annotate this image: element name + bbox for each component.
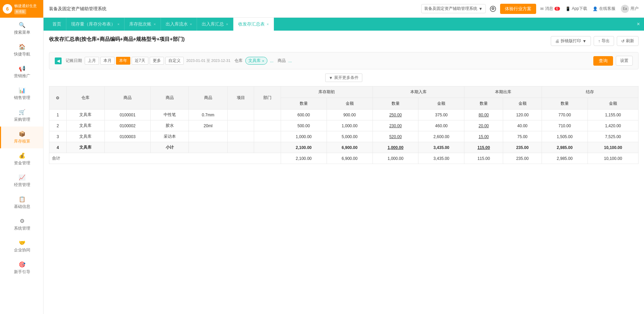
table-header-close-amt: 金额 xyxy=(588,98,638,110)
table-header-project: 项目 xyxy=(227,86,254,110)
sidebar-item-1[interactable]: 🏠快捷导航 xyxy=(0,39,43,61)
sidebar-item-0[interactable]: 🔍搜索菜单 xyxy=(0,18,43,39)
sidebar-item-5[interactable]: 📦库存核算 xyxy=(0,127,43,148)
date-btn-上月[interactable]: 上月 xyxy=(85,57,99,65)
app-download-btn[interactable]: 📱 App下载 xyxy=(565,6,587,12)
table-header-dept: 部门 xyxy=(254,86,281,110)
tab-close-2[interactable]: × xyxy=(153,22,155,26)
subtotal-in-amt: 3,435.00 xyxy=(418,142,464,153)
tab-close-4[interactable]: × xyxy=(226,22,228,26)
row-in-qty[interactable]: 250.00 xyxy=(373,110,418,120)
warehouse-label: 仓库 xyxy=(234,58,243,64)
sidebar-label-4: 采购管理 xyxy=(14,117,30,122)
sidebar-item-7[interactable]: 📈经营管理 xyxy=(0,170,43,192)
sidebar: 6 畅捷通好生意 标准版 🔍搜索菜单🏠快捷导航📢营销推广📊销售管理🛒采购管理📦库… xyxy=(0,0,44,314)
date-btn-近7天[interactable]: 近7天 xyxy=(132,57,148,65)
collapse-arrow[interactable]: ◀ xyxy=(55,57,62,64)
topbar-select[interactable]: 装备及固定资产辅助管理系统 ▼ xyxy=(421,4,486,13)
date-btn-本年[interactable]: 本年 xyxy=(116,57,130,65)
row-project xyxy=(227,131,254,142)
tabs-bar: 首页现存量（库存分布表）×库存批次账×出入库流水×出入库汇总×收发存汇总表×× xyxy=(44,18,644,31)
date-btn-更多[interactable]: 更多 xyxy=(150,57,164,65)
row-dept xyxy=(254,120,281,131)
online-service-btn[interactable]: 👤 在线客服 xyxy=(593,6,615,12)
sidebar-label-8: 基础信息 xyxy=(14,204,30,210)
topbar-system-title: 装备及固定资产辅助管理系统 xyxy=(49,6,417,12)
messages-btn[interactable]: ✉ 消息 6 xyxy=(540,6,560,12)
sidebar-icon-9: ⚙ xyxy=(20,218,24,224)
sidebar-label-10: 企业协同 xyxy=(14,247,30,253)
date-btn-自定义[interactable]: 自定义 xyxy=(165,57,184,65)
page: 收发存汇总表(按仓库+商品编码+商品+规格型号+项目+部门) 🖨 拆镜版打印 ▼… xyxy=(44,31,644,314)
table-header-settings[interactable]: ⚙ xyxy=(49,86,67,110)
print-btn[interactable]: 🖨 拆镜版打印 ▼ xyxy=(551,36,591,46)
tab-1[interactable]: 现存量（库存分布表）× xyxy=(66,18,125,31)
subtotal-dept xyxy=(254,142,281,153)
sidebar-item-2[interactable]: 📢营销推广 xyxy=(0,61,43,83)
sidebar-icon-0: 🔍 xyxy=(19,22,26,28)
row-out-amt: 40.00 xyxy=(503,120,542,131)
warehouse-tag-close[interactable]: × xyxy=(262,59,264,63)
row-dept xyxy=(254,110,281,120)
subtotal-open-amt: 6,900.00 xyxy=(327,142,373,153)
settings-icon[interactable]: ⚙ xyxy=(490,6,496,12)
row-out-qty[interactable]: 80.00 xyxy=(464,110,503,120)
table-header-out-amt: 金额 xyxy=(503,98,542,110)
warehouse-filter-section: 仓库 文具库 × ... xyxy=(234,57,273,65)
refresh-btn[interactable]: ↺ 刷新 xyxy=(617,36,639,46)
sidebar-item-4[interactable]: 🛒采购管理 xyxy=(0,105,43,127)
tab-5[interactable]: 收发存汇总表× xyxy=(233,18,274,31)
row-in-qty[interactable]: 520.00 xyxy=(373,131,418,142)
online-service-label: 在线客服 xyxy=(599,6,615,12)
sidebar-item-3[interactable]: 📊销售管理 xyxy=(0,83,43,105)
sidebar-item-10[interactable]: 🤝企业协同 xyxy=(0,235,43,257)
sidebar-icon-5: 📦 xyxy=(19,131,26,137)
sidebar-label-7: 经营管理 xyxy=(14,182,30,188)
subtotal-warehouse: 文具库 xyxy=(66,142,104,153)
sidebar-item-9[interactable]: ⚙系统管理 xyxy=(0,214,43,235)
row-close-amt: 1,155.00 xyxy=(588,110,638,120)
filter-settings-btn[interactable]: 设置 xyxy=(616,56,633,66)
user-btn[interactable]: Ea 用户 xyxy=(621,5,639,13)
sidebar-icon-4: 🛒 xyxy=(19,109,26,115)
experience-btn[interactable]: 体验行业方案 xyxy=(500,4,536,14)
user-avatar: Ea xyxy=(621,5,629,13)
row-no: 1 xyxy=(49,110,67,120)
export-icon: ↑ xyxy=(598,39,600,44)
sidebar-item-6[interactable]: 💰资金管理 xyxy=(0,148,43,170)
tabs-close-all-btn[interactable]: × xyxy=(637,21,640,27)
topbar: 装备及固定资产辅助管理系统 装备及固定资产辅助管理系统 ▼ ⚙ 体验行业方案 ✉… xyxy=(44,0,644,18)
row-project xyxy=(227,120,254,131)
row-out-qty[interactable]: 20.00 xyxy=(464,120,503,131)
goods-more-btn[interactable]: ... xyxy=(288,59,292,63)
data-table-wrap: ⚙ 仓库 商品 商品 商品 项目 部门 库存期初 本期入库 本期出库 结存 xyxy=(49,86,639,164)
query-btn[interactable]: 查询 xyxy=(593,56,613,66)
tab-0[interactable]: 首页 xyxy=(48,18,66,31)
warehouse-tag[interactable]: 文具库 × xyxy=(245,57,267,65)
row-warehouse: 文具库 xyxy=(66,131,104,142)
sidebar-label-11: 新手引导 xyxy=(14,269,30,275)
sidebar-item-11[interactable]: 🎯新手引导 xyxy=(0,257,43,279)
row-in-qty[interactable]: 230.00 xyxy=(373,120,418,131)
date-btn-本月[interactable]: 本月 xyxy=(100,57,115,65)
tab-3[interactable]: 出入库流水× xyxy=(161,18,197,31)
export-btn[interactable]: ↑ 导出 xyxy=(594,36,614,46)
row-out-qty[interactable]: 15.00 xyxy=(464,131,503,142)
table-row: 2 文具库 0100002 胶水 20ml 500.00 1,000.00 23… xyxy=(49,120,639,131)
tab-close-1[interactable]: × xyxy=(117,22,119,26)
row-out-amt: 75.00 xyxy=(503,131,542,142)
expand-conditions-btn[interactable]: ▼ 展开更多条件 xyxy=(325,73,363,82)
warehouse-more-btn[interactable]: ... xyxy=(270,59,274,63)
logo-icon: 6 xyxy=(3,4,12,14)
total-open-amt: 6,900.00 xyxy=(327,153,373,164)
page-title: 收发存汇总表(按仓库+商品编码+商品+规格型号+项目+部门) xyxy=(49,36,185,43)
tab-close-5[interactable]: × xyxy=(267,22,269,26)
tab-close-3[interactable]: × xyxy=(190,22,192,26)
tab-2[interactable]: 库存批次账× xyxy=(125,18,161,31)
subtotal-close-amt: 10,100.00 xyxy=(588,142,638,153)
row-open-qty: 1,000.00 xyxy=(281,131,327,142)
sidebar-item-8[interactable]: 📋基础信息 xyxy=(0,192,43,214)
tab-4[interactable]: 出入库汇总× xyxy=(197,18,233,31)
tab-label-1: 现存量（库存分布表） xyxy=(71,21,115,27)
topbar-right: ✉ 消息 6 📱 App下载 👤 在线客服 Ea 用户 xyxy=(540,5,639,13)
